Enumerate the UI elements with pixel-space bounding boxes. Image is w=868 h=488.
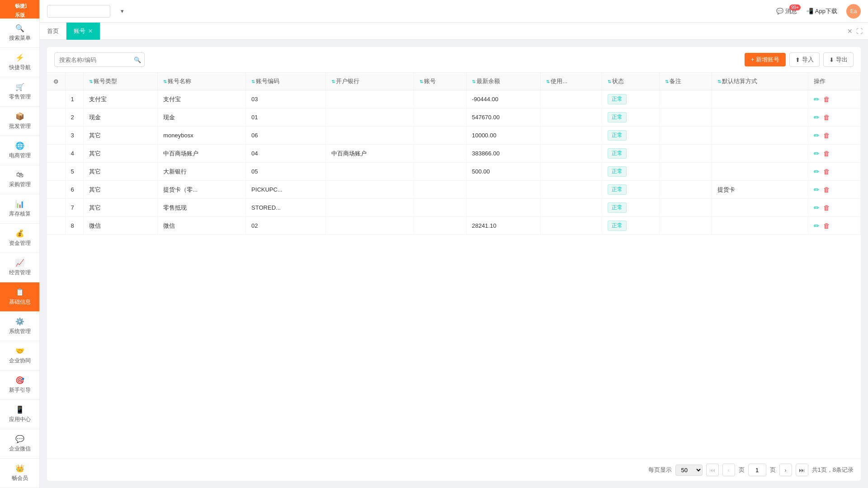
sidebar-item-basic[interactable]: 📋 基础信息: [0, 282, 39, 312]
sidebar-item-agreement[interactable]: 🤝 企业协同: [0, 341, 39, 371]
close-window-icon[interactable]: ✕: [847, 28, 853, 35]
col-remark[interactable]: ⇅备注: [660, 73, 712, 90]
delete-button[interactable]: 🗑: [823, 131, 830, 140]
delete-button[interactable]: 🗑: [823, 150, 830, 158]
sidebar-item-appcenter[interactable]: 📱 应用中心: [0, 400, 39, 429]
operations-icon: 📈: [15, 258, 24, 267]
sidebar-item-label: 快捷导航: [9, 64, 31, 71]
export-button[interactable]: ⬇ 导出: [823, 52, 854, 67]
header-dropdown-button[interactable]: ▾: [116, 5, 128, 18]
row-bank: [326, 181, 414, 199]
sidebar-item-ecommerce[interactable]: 🌐 电商管理: [0, 136, 39, 165]
edit-button[interactable]: ✏: [814, 113, 820, 122]
row-remark: [660, 145, 712, 163]
inventory-icon: 📊: [15, 200, 24, 208]
message-button[interactable]: 💬 消息 99+: [776, 7, 797, 15]
row-balance: 500.00: [466, 163, 541, 181]
sidebar-item-system[interactable]: ⚙️ 系统管理: [0, 312, 39, 341]
row-type: 其它: [83, 145, 158, 163]
edit-button[interactable]: ✏: [814, 150, 820, 158]
col-bank[interactable]: ⇅开户银行: [326, 73, 414, 90]
row-code: STORED...: [246, 199, 326, 217]
search-icon-button[interactable]: 🔍: [134, 56, 141, 63]
col-default-settle[interactable]: ⇅默认结算方式: [712, 73, 808, 90]
table-row: 3 其它 moneybosx 06 10000.00 正常 ✏ 🗑: [47, 127, 861, 145]
sidebar-item-search[interactable]: 🔍 搜索菜单: [0, 19, 39, 48]
col-name[interactable]: ⇅账号名称: [158, 73, 246, 90]
first-page-button[interactable]: ⏮: [706, 464, 719, 476]
ecommerce-icon: 🌐: [15, 141, 24, 150]
row-name: 支付宝: [158, 90, 246, 108]
col-status[interactable]: ⇅状态: [602, 73, 660, 90]
sidebar-item-wholesale[interactable]: 📦 批发管理: [0, 107, 39, 136]
system-icon: ⚙️: [15, 317, 24, 326]
delete-button[interactable]: 🗑: [823, 222, 830, 230]
row-default-settle: [712, 199, 808, 217]
content-card: 🔍 + 新增账号 ⬆ 导入 ⬇ 导出: [47, 47, 861, 481]
wholesale-icon: 📦: [15, 112, 24, 121]
delete-button[interactable]: 🗑: [823, 186, 830, 194]
row-no: 1: [65, 90, 83, 108]
edit-button[interactable]: ✏: [814, 95, 820, 103]
toolbar-left: 🔍: [54, 52, 145, 67]
tab-close-icon[interactable]: ✕: [88, 28, 93, 34]
page-input[interactable]: [748, 464, 766, 476]
delete-button[interactable]: 🗑: [823, 168, 830, 176]
row-actions: ✏ 🗑: [808, 181, 861, 199]
row-balance: [466, 181, 541, 199]
edit-button[interactable]: ✏: [814, 186, 820, 194]
sidebar-item-quicknav[interactable]: ⚡ 快捷导航: [0, 48, 39, 77]
import-button[interactable]: ⬆ 导入: [789, 52, 820, 67]
next-page-button[interactable]: ›: [779, 464, 792, 476]
row-actions: ✏ 🗑: [808, 163, 861, 181]
edit-button[interactable]: ✏: [814, 222, 820, 230]
delete-button[interactable]: 🗑: [823, 95, 830, 103]
account-search-input[interactable]: [54, 52, 145, 67]
add-account-button[interactable]: + 新增账号: [745, 53, 786, 66]
edit-button[interactable]: ✏: [814, 204, 820, 212]
sidebar-item-purchase[interactable]: 🛍 采购管理: [0, 165, 39, 194]
header-left: ▾: [47, 5, 128, 18]
table-row: 4 其它 中百商场账户 04 中百商场账户 383866.00 正常 ✏ 🗑: [47, 145, 861, 163]
row-type: 其它: [83, 199, 158, 217]
tab-home[interactable]: 首页: [40, 23, 66, 40]
user-avatar[interactable]: Ea: [846, 4, 861, 19]
sidebar-item-label: 库存核算: [9, 210, 31, 218]
account-table: ⚙ ⇅账号类型 ⇅账号名称 ⇅账号编码 ⇅开户银行 ⇅账号 ⇅最新余额 ⇅使用.…: [47, 73, 861, 459]
row-remark: [660, 217, 712, 235]
col-gear[interactable]: ⚙: [47, 73, 65, 90]
page-size-select[interactable]: 50 10 20 100: [675, 465, 703, 476]
col-balance[interactable]: ⇅最新余额: [466, 73, 541, 90]
row-actions: ✏ 🗑: [808, 90, 861, 108]
sidebar-item-capital[interactable]: 💰 资金管理: [0, 224, 39, 253]
row-name: 零售抵现: [158, 199, 246, 217]
sidebar-item-operations[interactable]: 📈 经营管理: [0, 253, 39, 282]
app-download-button[interactable]: 📲 App下载: [806, 7, 837, 15]
sidebar-item-member[interactable]: 👑 畅会员: [0, 459, 39, 488]
delete-button[interactable]: 🗑: [823, 113, 830, 122]
last-page-button[interactable]: ⏭: [796, 464, 808, 476]
col-usage[interactable]: ⇅使用...: [541, 73, 602, 90]
sidebar-item-label: 零售管理: [9, 93, 31, 101]
header-search-input[interactable]: [47, 5, 110, 18]
sidebar-item-retail[interactable]: 🛒 零售管理: [0, 77, 39, 107]
table-row: 1 支付宝 支付宝 03 -90444.00 正常 ✏ 🗑: [47, 90, 861, 108]
maximize-window-icon[interactable]: ⛶: [856, 28, 863, 35]
sidebar-item-inventory[interactable]: 📊 库存核算: [0, 194, 39, 224]
sidebar-item-label: 畅会员: [12, 474, 28, 482]
delete-button[interactable]: 🗑: [823, 204, 830, 212]
sidebar-item-enterprise[interactable]: 💬 企业微信: [0, 429, 39, 459]
col-code[interactable]: ⇅账号编码: [246, 73, 326, 90]
prev-page-button[interactable]: ‹: [722, 464, 735, 476]
row-status: 正常: [602, 145, 660, 163]
row-balance: [466, 199, 541, 217]
sidebar-item-guide[interactable]: 🎯 新手引导: [0, 371, 39, 400]
tab-account[interactable]: 账号 ✕: [66, 23, 100, 40]
col-type[interactable]: ⇅账号类型: [83, 73, 158, 90]
edit-button[interactable]: ✏: [814, 168, 820, 176]
agreement-icon: 🤝: [15, 347, 24, 355]
edit-button[interactable]: ✏: [814, 131, 820, 140]
sidebar-item-label: 搜索菜单: [9, 34, 31, 42]
row-usage: [541, 90, 602, 108]
col-account[interactable]: ⇅账号: [414, 73, 466, 90]
